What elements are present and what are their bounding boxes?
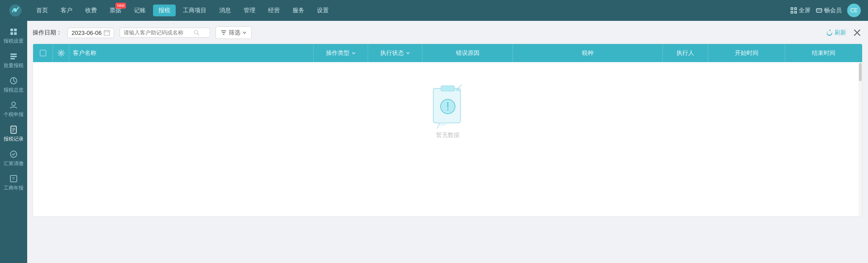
filter-label: 筛选 xyxy=(229,29,240,37)
svg-point-1 xyxy=(14,9,17,12)
sidebar-label-batch-tax: 批量报税 xyxy=(4,62,24,69)
refresh-button[interactable]: 刷新 xyxy=(826,29,846,37)
nav-invoice[interactable]: 票据 new xyxy=(104,5,127,16)
gear-icon xyxy=(58,49,65,57)
date-label: 操作日期： xyxy=(33,29,62,37)
sidebar-item-settlement[interactable]: 汇算清缴 xyxy=(1,147,26,170)
empty-illustration xyxy=(425,80,470,126)
empty-state: 暂无数据 xyxy=(33,62,862,148)
date-value: 2023-06-06 xyxy=(72,29,102,36)
refresh-icon xyxy=(826,29,833,36)
sidebar-label-settlement: 汇算清缴 xyxy=(4,160,24,167)
svg-rect-2 xyxy=(791,8,793,10)
svg-rect-7 xyxy=(10,29,13,31)
sidebar-label-tax-settings: 报税设置 xyxy=(4,38,24,44)
sidebar-item-personal-tax[interactable]: 个税申报 xyxy=(1,98,26,121)
th-error-reason: 错误原因 xyxy=(422,44,513,62)
th-executor: 执行人 xyxy=(663,44,708,62)
svg-rect-19 xyxy=(104,30,110,35)
sidebar-label-tax-record: 报税记录 xyxy=(4,136,24,142)
nav-fee[interactable]: 收费 xyxy=(80,5,102,16)
sidebar-item-tax-settings[interactable]: 报税设置 xyxy=(1,24,26,47)
sidebar-item-tax-overview[interactable]: 报税总览 xyxy=(1,73,26,96)
svg-rect-5 xyxy=(795,11,796,13)
sidebar-item-annual-report[interactable]: 工商年报 xyxy=(1,171,26,194)
nav-settings[interactable]: 设置 xyxy=(312,5,334,16)
nav-customer[interactable]: 客户 xyxy=(55,5,78,16)
select-all-checkbox[interactable] xyxy=(40,50,46,56)
search-input[interactable] xyxy=(124,29,192,36)
nav-service[interactable]: 服务 xyxy=(287,5,310,16)
top-nav-right: 全屏 畅会员 CE xyxy=(791,4,861,17)
svg-point-15 xyxy=(12,102,15,106)
svg-rect-4 xyxy=(791,11,793,13)
sidebar-label-tax-overview: 报税总览 xyxy=(4,87,24,93)
vip-label: 畅会员 xyxy=(824,6,842,15)
th-gear[interactable] xyxy=(53,44,69,62)
refresh-label: 刷新 xyxy=(834,29,846,37)
filter-button[interactable]: 筛选 xyxy=(216,26,252,39)
table-header: 客户名称 操作类型 执行状态 错误原因 税种 执行人 xyxy=(33,44,862,62)
nav-home[interactable]: 首页 xyxy=(31,5,53,16)
vip-button[interactable]: 畅会员 xyxy=(816,6,842,15)
top-nav: 首页 客户 收费 票据 new 记账 报税 工商项目 消息 管理 经营 服务 设… xyxy=(0,0,868,21)
chevron-down-icon xyxy=(242,30,247,35)
search-icon xyxy=(193,29,200,36)
nav-items: 首页 客户 收费 票据 new 记账 报税 工商项目 消息 管理 经营 服务 设… xyxy=(31,5,791,16)
filter-exec-status-icon[interactable] xyxy=(406,51,410,55)
th-op-type: 操作类型 xyxy=(314,44,368,62)
scroll-indicator[interactable] xyxy=(858,62,862,216)
svg-rect-10 xyxy=(14,32,17,35)
sidebar: 报税设置 批量报税 报税总览 个税申报 xyxy=(0,21,27,263)
new-badge: new xyxy=(115,3,126,9)
layout: 报税设置 批量报税 报税总览 个税申报 xyxy=(0,21,868,263)
close-icon xyxy=(854,29,861,36)
app-logo[interactable] xyxy=(7,2,24,19)
filter-icon xyxy=(221,29,227,36)
svg-rect-13 xyxy=(10,58,15,59)
nav-tax[interactable]: 报税 xyxy=(153,5,176,16)
th-name: 客户名称 xyxy=(69,44,314,62)
main-content: 操作日期： 2023-06-06 筛选 刷新 xyxy=(27,21,868,263)
avatar-text: CE xyxy=(850,7,858,14)
nav-manage[interactable]: 管理 xyxy=(238,5,261,16)
data-table: 客户名称 操作类型 执行状态 错误原因 税种 执行人 xyxy=(33,44,863,217)
svg-point-21 xyxy=(60,52,62,54)
fullscreen-button[interactable]: 全屏 xyxy=(791,6,810,15)
sidebar-label-personal-tax: 个税申报 xyxy=(4,111,24,118)
th-start-time: 开始时间 xyxy=(708,44,785,62)
close-button[interactable] xyxy=(852,27,863,38)
empty-text: 暂无数据 xyxy=(436,131,460,139)
search-wrap xyxy=(120,28,210,38)
svg-rect-6 xyxy=(816,9,822,12)
filter-op-type-icon[interactable] xyxy=(351,51,356,55)
svg-rect-23 xyxy=(441,86,455,91)
th-exec-status: 执行状态 xyxy=(368,44,422,62)
svg-rect-18 xyxy=(10,175,17,182)
table-body: 暂无数据 xyxy=(33,62,862,216)
nav-business[interactable]: 工商项目 xyxy=(177,5,212,16)
svg-rect-8 xyxy=(10,32,13,35)
th-tax-type: 税种 xyxy=(513,44,663,62)
nav-bookkeeping[interactable]: 记账 xyxy=(129,5,151,16)
th-checkbox[interactable] xyxy=(33,44,53,62)
fullscreen-label: 全屏 xyxy=(799,6,810,15)
sidebar-item-batch-tax[interactable]: 批量报税 xyxy=(1,49,26,72)
sidebar-item-tax-record[interactable]: 报税记录 xyxy=(1,122,26,145)
th-end-time: 结束时间 xyxy=(785,44,862,62)
nav-operation[interactable]: 经营 xyxy=(263,5,285,16)
date-input[interactable]: 2023-06-06 xyxy=(67,28,114,38)
avatar[interactable]: CE xyxy=(847,4,861,17)
svg-rect-11 xyxy=(10,54,17,55)
svg-rect-9 xyxy=(14,29,17,31)
nav-message[interactable]: 消息 xyxy=(214,5,236,16)
scroll-thumb xyxy=(859,63,862,81)
svg-rect-12 xyxy=(10,56,17,57)
svg-rect-3 xyxy=(795,8,796,10)
sidebar-label-annual-report: 工商年报 xyxy=(4,185,24,191)
toolbar: 操作日期： 2023-06-06 筛选 刷新 xyxy=(33,26,863,39)
svg-point-26 xyxy=(447,109,449,111)
